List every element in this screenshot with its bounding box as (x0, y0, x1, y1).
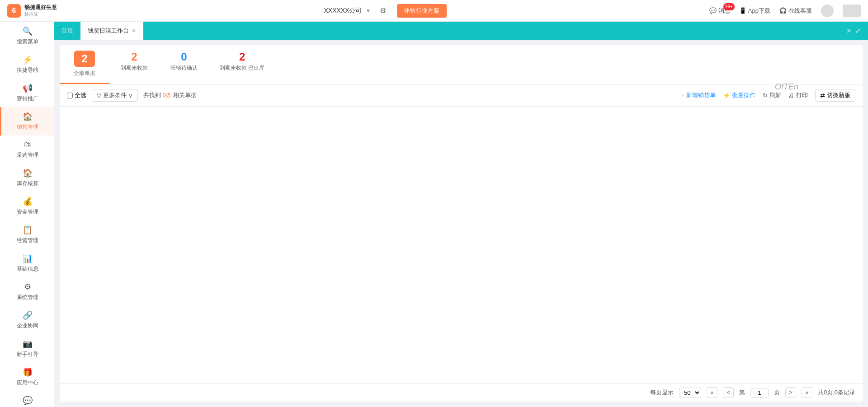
sidebar: 🔍 搜索菜单 ⚡ 快捷导航 📢 营销推广 🏠 销售管理 🛍 采购管理 🏠 库存核… (0, 22, 54, 407)
main-content: 2 全部单据 2 到期未收款 0 旺辅待确认 2 到期未收款 已出库 (54, 40, 868, 407)
found-text: 共找到 0条 相关单据 (143, 91, 197, 99)
total-label: 共0页,0条记录 (818, 388, 855, 397)
sidebar-item-guide[interactable]: 📷 新手引导 (0, 334, 54, 363)
try-btn[interactable]: 体验行业方案 (397, 4, 447, 18)
company-selector[interactable]: XXXXXX公司 ▼ (324, 7, 371, 15)
message-badge: 99+ (723, 3, 735, 10)
sidebar-item-quicknav[interactable]: ⚡ 快捷导航 (0, 50, 54, 79)
sidebar-item-inventory[interactable]: 🏠 库存核算 (0, 164, 54, 192)
print-btn[interactable]: 🖨 打印 (788, 91, 808, 99)
sidebar-item-appcenter[interactable]: 🎁 应用中心 (0, 363, 54, 391)
guide-icon: 📷 (23, 339, 33, 349)
tab-workbench[interactable]: 钱货日清工作台 ✕ (80, 22, 143, 40)
page-prev-btn[interactable]: < (723, 387, 734, 398)
switch-btn[interactable]: ⇄ 切换新版 (815, 89, 855, 102)
found-count: 0条 (163, 92, 172, 98)
filter-btn[interactable]: ▽ 更多条件 ∨ (92, 89, 138, 102)
sidebar-item-system[interactable]: ⚙ 系统管理 (0, 277, 54, 306)
basicinfo-icon: 📊 (23, 253, 33, 263)
tab-expand-icon[interactable]: ⤢ (855, 27, 861, 34)
operations-icon: 📋 (23, 225, 33, 235)
stat-card-all[interactable]: 2 全部单据 (60, 45, 109, 84)
tab-close-icon[interactable]: ✕ (132, 28, 136, 34)
download-icon: 📱 (739, 7, 746, 14)
stat-card-overdue[interactable]: 2 到期未收款 (109, 45, 159, 84)
table-area (60, 107, 863, 383)
headset-icon: 🎧 (779, 7, 787, 14)
toolbar-left: 全选 ▽ 更多条件 ∨ 共找到 0条 相关单据 (67, 89, 197, 102)
inventory-icon: 🏠 (23, 168, 33, 178)
company-dropdown-icon: ▼ (366, 8, 371, 14)
print-icon: 🖨 (788, 92, 794, 99)
avatar[interactable] (821, 5, 834, 17)
tab-bar: 首页 钱货日清工作台 ✕ ✕ ⤢ (54, 22, 868, 40)
system-icon: ⚙ (24, 282, 31, 292)
card-container: 2 全部单据 2 到期未收款 0 旺辅待确认 2 到期未收款 已出库 (60, 45, 863, 402)
switch-icon: ⇄ (820, 92, 825, 99)
page-size-select[interactable]: 50 (679, 388, 701, 398)
logo-icon: 6 (7, 4, 21, 18)
message-icon: 💬 (709, 7, 717, 14)
sales-icon: 🏠 (23, 112, 33, 122)
sidebar-item-marketing[interactable]: 📢 营销推广 (0, 79, 54, 107)
page-first-btn[interactable]: « (707, 387, 717, 398)
select-all-checkbox[interactable]: 全选 (67, 91, 86, 99)
wechat-icon: 💬 (23, 396, 33, 406)
sidebar-item-enterprise[interactable]: 🔗 企业协同 (0, 306, 54, 334)
content-body: 2 全部单据 2 到期未收款 0 旺辅待确认 2 到期未收款 已出库 (54, 40, 868, 407)
select-all-input[interactable] (67, 93, 73, 98)
filter-icon: ▽ (97, 92, 101, 99)
top-header: 6 畅捷通好生意 标准版 XXXXXX公司 ▼ ⚙ 体验行业方案 💬 消息 99… (0, 0, 868, 22)
toolbar-right: + 新增销货单 ⚡ 批量操作 ↻ 刷新 🖨 打印 ⇄ (681, 89, 855, 102)
header-center: XXXXXX公司 ▼ ⚙ 体验行业方案 (324, 4, 447, 18)
add-sale-btn[interactable]: + 新增销货单 (681, 91, 716, 99)
footer-pagination: 每页显示 50 « < 第 页 > » 共0页,0条记录 (60, 383, 863, 402)
quicknav-icon: ⚡ (23, 55, 33, 65)
page-number-input[interactable] (750, 388, 769, 398)
stats-cards: 2 全部单据 2 到期未收款 0 旺辅待确认 2 到期未收款 已出库 (60, 45, 863, 84)
sidebar-item-purchase[interactable]: 🛍 采购管理 (0, 136, 54, 164)
header-right: 💬 消息 99+ 📱 App下载 🎧 在线客服 (709, 5, 861, 17)
brand-text: 畅捷通好生意 标准版 (24, 4, 57, 18)
refresh-btn[interactable]: ↻ 刷新 (763, 91, 781, 99)
stat-card-shipped[interactable]: 2 到期未收款 已出库 (209, 45, 275, 84)
filter-arrow-icon: ∨ (128, 92, 133, 99)
sidebar-item-wechat[interactable]: 💬 企业微信 (0, 391, 54, 407)
toolbar: 全选 ▽ 更多条件 ∨ 共找到 0条 相关单据 + 新增销货单 (60, 84, 863, 107)
stat-card-wangpu[interactable]: 0 旺辅待确认 (159, 45, 209, 84)
search-icon: 🔍 (23, 26, 33, 36)
message-btn[interactable]: 💬 消息 99+ (709, 7, 730, 15)
page-next-btn[interactable]: > (785, 387, 796, 398)
user-info[interactable] (843, 5, 861, 17)
tab-home[interactable]: 首页 (54, 22, 80, 40)
batch-btn[interactable]: ⚡ 批量操作 (723, 91, 755, 99)
sidebar-item-basicinfo[interactable]: 📊 基础信息 (0, 249, 54, 277)
appcenter-icon: 🎁 (23, 367, 33, 377)
settings-icon[interactable]: ⚙ (380, 6, 386, 15)
marketing-icon: 📢 (23, 83, 33, 93)
purchase-icon: 🛍 (24, 140, 32, 150)
sidebar-item-search[interactable]: 🔍 搜索菜单 (0, 22, 54, 50)
batch-icon: ⚡ (723, 92, 730, 99)
tab-controls: ✕ ⤢ (846, 27, 868, 34)
company-name: XXXXXX公司 (324, 7, 362, 15)
sidebar-item-finance[interactable]: 💰 资金管理 (0, 192, 54, 220)
sidebar-item-operations[interactable]: 📋 经营管理 (0, 220, 54, 249)
page-last-btn[interactable]: » (802, 387, 812, 398)
sidebar-item-sales[interactable]: 🏠 销售管理 (0, 107, 54, 136)
finance-icon: 💰 (23, 196, 33, 206)
logo-area: 6 畅捷通好生意 标准版 (7, 4, 61, 18)
refresh-icon: ↻ (763, 92, 768, 99)
enterprise-icon: 🔗 (23, 310, 33, 320)
online-service-btn[interactable]: 🎧 在线客服 (779, 7, 812, 15)
tab-close-all-icon[interactable]: ✕ (846, 27, 852, 34)
app-download-btn[interactable]: 📱 App下载 (739, 7, 770, 15)
